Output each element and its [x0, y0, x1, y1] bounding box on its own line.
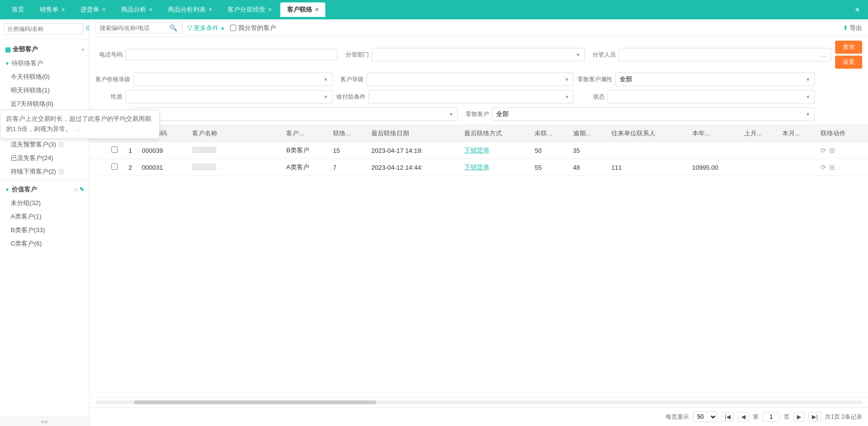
query-button[interactable]: 查询 — [835, 41, 862, 54]
row-type-cell: A类客户 — [283, 159, 330, 176]
sidebar-collapse-icon[interactable]: « — [81, 47, 84, 52]
row-last-month-cell — [741, 142, 779, 159]
sidebar-all-customers[interactable]: ▦ 全部客户 « — [0, 42, 89, 57]
sidebar-search-input[interactable] — [4, 23, 83, 35]
sidebar-7days-pending[interactable]: 近7天待联络(0) — [0, 97, 89, 111]
filter-search-input[interactable] — [100, 25, 168, 31]
value-customer-settings-icon[interactable]: ✎ — [79, 186, 84, 193]
next-page-button[interactable]: ▶ — [793, 412, 805, 422]
sidebar-value-c[interactable]: C类客户(6) — [0, 237, 89, 250]
sidebar-value-ungrouped[interactable]: 未分组(32) — [0, 196, 89, 210]
first-page-button[interactable]: |◀ — [721, 412, 734, 422]
filter-phone-input[interactable] — [125, 49, 338, 60]
table-row: 2 000031 A类客户 7 2023-04-12 14:44: 下销货单 5… — [90, 159, 868, 176]
nav-item-home[interactable]: 首页 — [5, 2, 31, 17]
nav-close-customer-segment[interactable]: × — [268, 6, 272, 13]
filter-dept-cell: 分管部门 ▼ — [342, 48, 584, 61]
row-action-link-icon[interactable]: ⟳ — [821, 163, 826, 171]
nav-close-analysis-list[interactable]: × — [209, 6, 212, 13]
filter-phone-cell: 电话号码 — [95, 49, 338, 60]
row-action-cell: ⟳ ⊞ — [818, 142, 868, 159]
row-num-cell: 2 — [122, 159, 139, 176]
filter-customer-type-select[interactable]: ▼ — [135, 107, 458, 121]
export-button[interactable]: ⬆ 导出 — [843, 24, 862, 32]
nav-close-sales[interactable]: × — [61, 6, 65, 13]
last-method-link[interactable]: 下销货单 — [464, 163, 489, 171]
filter-payment-select[interactable]: ▼ — [368, 90, 574, 103]
row-checkbox-1[interactable] — [111, 163, 118, 170]
filter-row-1: 电话号码 分管部门 ▼ 分管人员 ... — [95, 41, 862, 69]
nav-item-sales[interactable]: 销售单 × — [33, 2, 72, 17]
export-icon: ⬆ — [843, 24, 848, 31]
filter-retail-attr-select[interactable]: 全部 ▼ — [615, 73, 815, 86]
table-area: ⚙ 客户编码 客户名称 客户... 联络... 最后联络日期 最后联络方式 未联… — [90, 125, 868, 397]
value-customer-header[interactable]: ▼ 价值客户 ○ ✎ — [0, 183, 89, 196]
my-customers-checkbox-label[interactable]: 我分管的客户 — [230, 24, 276, 32]
filter-customer-level-select[interactable]: ▼ — [366, 73, 574, 86]
sidebar-today-pending[interactable]: 今天待联络(0) — [0, 70, 89, 84]
nav-item-purchase[interactable]: 进货单 × — [74, 2, 112, 17]
content-area: 🔍 ▽ 更多条件 ▲ 我分管的客户 ⬆ 导出 电话号码 — [90, 19, 868, 426]
manager-dots[interactable]: ... — [821, 51, 827, 59]
my-customers-checkbox[interactable] — [230, 25, 236, 31]
nav-close-customer-contact[interactable]: × — [315, 6, 319, 13]
sidebar-tomorrow-pending[interactable]: 明天待联络(1) — [0, 84, 89, 97]
row-contact-cell: 15 — [330, 142, 368, 159]
filter-dept-select[interactable]: ▼ — [372, 48, 584, 61]
col-header-contact: 联络... — [330, 125, 368, 142]
status-arrow: ▼ — [806, 94, 810, 100]
nav-item-analysis[interactable]: 商品分析 × — [114, 2, 159, 17]
horizontal-scrollbar[interactable] — [95, 400, 862, 404]
page-label: 第 — [753, 413, 759, 421]
sidebar-content: ▦ 全部客户 « ▼ 待联络客户 今天待联络(0) 明天待联络(1) 近7天待联… — [0, 39, 89, 416]
pending-section-header[interactable]: ▼ 待联络客户 — [0, 57, 89, 70]
last-page-button[interactable]: ▶| — [808, 412, 821, 422]
table-row: 1 000039 B类客户 15 2023-04-17 14:19: 下销货单 … — [90, 142, 868, 159]
row-action-more-icon[interactable]: ⊞ — [829, 163, 835, 171]
row-action-cell: ⟳ ⊞ — [818, 159, 868, 176]
value-customer-edit-icon[interactable]: ○ — [74, 186, 77, 193]
col-header-last-date: 最后联络日期 — [368, 125, 461, 142]
sidebar-lost-warning[interactable]: 流失预警客户(3) ⓘ — [0, 138, 89, 151]
filter-status-select[interactable]: ▼ — [608, 90, 815, 103]
row-action-link-icon[interactable]: ⟳ — [821, 147, 826, 154]
nav-item-customer-segment[interactable]: 客户分层经营 × — [221, 2, 278, 17]
col-header-last-month: 上月... — [741, 125, 779, 142]
filter-more-conditions[interactable]: ▽ 更多条件 ▲ — [187, 24, 225, 32]
window-close-button[interactable]: × — [852, 4, 863, 15]
prev-page-button[interactable]: ◀ — [738, 412, 749, 422]
row-check-cell — [107, 142, 122, 159]
nav-close-purchase[interactable]: × — [102, 6, 106, 13]
filter-status-cell: 状态 ▼ — [578, 90, 815, 103]
sidebar-value-b[interactable]: B类客户(33) — [0, 223, 89, 237]
filter-price-level-select[interactable]: ▼ — [133, 73, 333, 86]
filter-icon: ▽ — [187, 24, 192, 31]
filter-search-icon[interactable]: 🔍 — [169, 24, 177, 31]
row-checkbox-0[interactable] — [111, 147, 118, 153]
sidebar-already-lost[interactable]: 已流失客户(24) — [0, 151, 89, 165]
last-method-link[interactable]: 下销货单 — [464, 147, 489, 154]
filter-bar: 🔍 ▽ 更多条件 ▲ 我分管的客户 ⬆ 导出 — [90, 19, 868, 37]
nav-item-customer-contact[interactable]: 客户联络 × — [280, 2, 325, 17]
filter-manager-select[interactable]: ... — [619, 48, 831, 61]
row-action-more-icon[interactable]: ⊞ — [829, 147, 835, 154]
row-contact-person-cell: 111 — [609, 159, 689, 176]
row-this-year-cell: 10995.00 — [689, 159, 741, 176]
sidebar-search-area: 🔍 — [0, 19, 89, 39]
filter-search-wrap: 🔍 — [95, 22, 183, 33]
chevron-down-icon: ▲ — [220, 25, 225, 30]
nav-close-analysis[interactable]: × — [149, 6, 152, 13]
page-number-input[interactable] — [762, 412, 780, 422]
nav-item-analysis-list[interactable]: 商品分析列表 × — [161, 2, 219, 17]
scrollbar-thumb[interactable] — [134, 400, 376, 404]
settings-button[interactable]: 设置 — [835, 56, 862, 69]
sidebar-value-a[interactable]: A类客户(1) — [0, 210, 89, 223]
per-page-select[interactable]: 50 100 200 — [693, 411, 717, 422]
row-name-cell — [189, 142, 283, 159]
filter-gender-select[interactable]: ▼ — [125, 90, 333, 103]
sidebar-search-icon[interactable]: 🔍 — [85, 26, 90, 33]
tooltip-dots: ... — [75, 126, 79, 132]
sidebar-continuous-down[interactable]: 持续下滑客户(2) ⓘ — [0, 165, 89, 178]
lost-warning-info-icon: ⓘ — [59, 142, 64, 147]
filter-retail-customer-select[interactable]: 全部 ▼ — [492, 107, 815, 121]
